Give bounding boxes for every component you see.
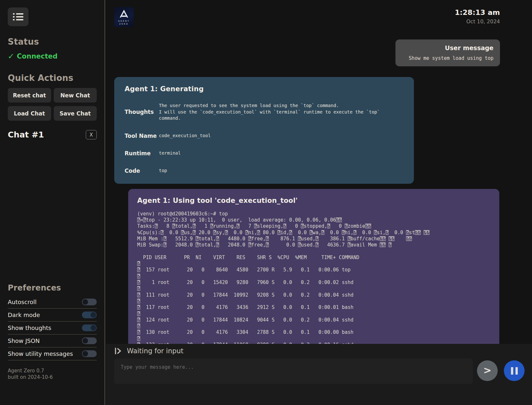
save-chat-button[interactable]: Save Chat — [54, 106, 97, 121]
check-icon: ✓ — [8, 52, 14, 61]
close-chat-button[interactable]: X — [86, 130, 97, 139]
agent-generating-message: Agent 1: Generating Thoughts The user re… — [114, 77, 414, 184]
version-info: Agent Zero 0.7 built on 2024-10-6 — [8, 367, 53, 381]
pause-button[interactable] — [504, 360, 525, 381]
pref-row-show-json: Show JSON — [8, 334, 97, 347]
tool-name-row: Tool Name code_execution_tool — [125, 133, 404, 139]
terminal-output: (venv) root@d200419603c6:~# top ⍰=⍰top -… — [137, 211, 490, 344]
chat-tab-title: Chat #1 — [8, 130, 44, 139]
agent-generating-title: Agent 1: Generating — [125, 85, 404, 93]
user-message-text: Show me system load using top — [402, 55, 493, 61]
chat-tab-row: Chat #1 X — [8, 130, 97, 139]
tool-name-value: code_execution_tool — [159, 133, 211, 139]
new-chat-button[interactable]: New Chat — [54, 88, 97, 103]
input-panel: Waiting for input > — [106, 344, 532, 405]
user-message-bubble: User message Show me system load using t… — [395, 39, 500, 66]
quick-actions: Reset chat New Chat Load Chat Save Chat — [8, 88, 97, 121]
runtime-row: Runtime terminal — [125, 150, 404, 157]
runtime-value: terminal — [159, 150, 181, 157]
menu-button[interactable] — [8, 7, 28, 26]
sidebar: Status ✓ Connected Quick Actions Reset c… — [0, 0, 105, 405]
pref-label: Show thoughts — [8, 324, 51, 331]
agent-tool-message: Agent 1: Using tool 'code_execution_tool… — [128, 189, 499, 344]
current-time: 1:28:13 am — [455, 8, 500, 16]
agent-status-text: Waiting for input — [127, 347, 183, 355]
thoughts-label: Thoughts — [125, 109, 159, 115]
pref-row-autoscroll: Autoscroll — [8, 296, 97, 309]
user-message-title: User message — [402, 44, 493, 51]
current-date: Oct 10, 2024 — [455, 18, 500, 25]
menu-icon — [13, 13, 23, 20]
thoughts-row: Thoughts The user requested to see the s… — [125, 103, 404, 122]
connection-status-label: Connected — [17, 52, 58, 60]
show-json-toggle[interactable] — [82, 337, 97, 344]
message-input[interactable] — [114, 358, 473, 384]
status-heading: Status — [8, 37, 39, 47]
send-icon: > — [483, 365, 491, 376]
prompt-icon — [114, 347, 123, 355]
agent-tool-title: Agent 1: Using tool 'code_execution_tool… — [137, 197, 490, 204]
show-thoughts-toggle[interactable] — [82, 324, 97, 331]
pref-row-show-utility: Show utility messages — [8, 347, 97, 360]
pref-label: Autoscroll — [8, 299, 37, 305]
pref-label: Dark mode — [8, 312, 40, 318]
load-chat-button[interactable]: Load Chat — [8, 106, 51, 121]
clock: 1:28:13 am Oct 10, 2024 — [455, 8, 500, 25]
code-label: Code — [125, 168, 159, 174]
reset-chat-button[interactable]: Reset chat — [8, 88, 51, 103]
agent-status-row: Waiting for input — [114, 347, 183, 355]
thoughts-value: The user requested to see the system loa… — [159, 103, 404, 122]
connection-status: ✓ Connected — [8, 52, 58, 61]
chat-area: AGENT ZERO 1:28:13 am Oct 10, 2024 User … — [106, 0, 532, 344]
version-line: Agent Zero 0.7 — [8, 367, 53, 374]
runtime-label: Runtime — [125, 150, 159, 157]
preferences-list: Autoscroll Dark mode Show thoughts Show … — [8, 296, 97, 360]
pause-icon — [511, 367, 518, 375]
chat-header: AGENT ZERO 1:28:13 am Oct 10, 2024 — [114, 0, 500, 32]
quick-actions-heading: Quick Actions — [8, 73, 73, 83]
pref-row-dark-mode: Dark mode — [8, 309, 97, 322]
pref-label: Show JSON — [8, 337, 40, 344]
tool-name-label: Tool Name — [125, 133, 159, 139]
build-date-line: built on 2024-10-6 — [8, 374, 53, 380]
logo-triangle-icon — [118, 9, 130, 19]
autoscroll-toggle[interactable] — [82, 299, 97, 305]
code-value: top — [159, 168, 167, 174]
logo-text: AGENT ZERO — [118, 19, 130, 25]
send-button[interactable]: > — [477, 360, 498, 381]
pref-row-show-thoughts: Show thoughts — [8, 322, 97, 334]
pref-label: Show utility messages — [8, 350, 73, 357]
agent-zero-logo: AGENT ZERO — [114, 7, 134, 27]
show-utility-toggle[interactable] — [82, 350, 97, 357]
code-row: Code top — [125, 168, 404, 174]
dark-mode-toggle[interactable] — [82, 312, 97, 318]
preferences-heading: Preferences — [8, 283, 61, 292]
